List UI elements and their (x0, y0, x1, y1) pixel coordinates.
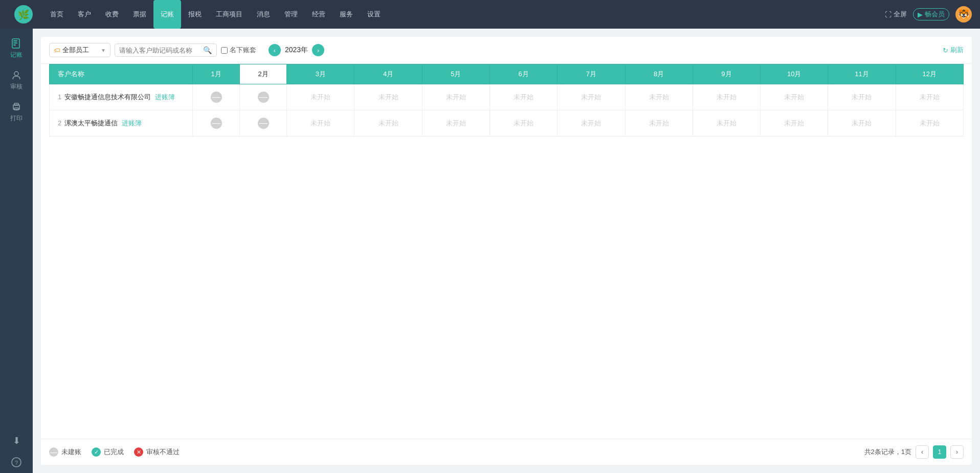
table-row: 1安徽畅捷通信息技术有限公司进账簿——未开始未开始未开始未开始未开始未开始未开始… (50, 84, 964, 110)
col-mar: 3月 (287, 64, 354, 84)
fullscreen-label: 全屏 (894, 10, 907, 19)
page-prev-button[interactable]: ‹ (916, 445, 929, 459)
sidebar-label-audit: 审核 (10, 82, 23, 91)
status-not-started: 未开始 (446, 93, 466, 101)
legend-not-built-label: 未建账 (61, 447, 81, 457)
legend-completed-label: 已完成 (104, 447, 124, 457)
sidebar-label-print: 打印 (10, 114, 23, 123)
status-not-started: 未开始 (581, 119, 601, 127)
status-not-started: 未开始 (649, 93, 669, 101)
sidebar-label-bookkeeping: 记账 (10, 51, 23, 59)
svg-rect-8 (14, 103, 18, 105)
status-not-started: 未开始 (852, 93, 872, 101)
total-records: 共2条记录，1页 (864, 447, 911, 457)
year-display: 2023年 (285, 46, 308, 55)
page-next-button[interactable]: › (950, 445, 964, 459)
vip-play-icon: ▶ (918, 11, 923, 18)
legend-rejected: ✕ 审核不通过 (134, 447, 180, 457)
year-next-button[interactable]: › (312, 44, 324, 56)
top-nav: 🌿 首页 客户 收费 票据 记账 报税 工商项目 消息 管理 经营 服务 设置 … (0, 0, 980, 29)
nav-fee[interactable]: 收费 (98, 0, 126, 29)
my-account-checkbox-wrap[interactable]: 名下账套 (221, 46, 256, 55)
status-dash-icon: — (211, 92, 222, 103)
nav-home[interactable]: 首页 (43, 0, 71, 29)
col-apr: 4月 (354, 64, 422, 84)
status-not-started: 未开始 (514, 93, 533, 101)
help-icon: ? (11, 457, 22, 468)
table-cell-month-7: 未开始 (558, 110, 625, 137)
table-cell-month-3: 未开始 (287, 84, 354, 110)
nav-manage[interactable]: 管理 (277, 0, 305, 29)
enter-link[interactable]: 进账簿 (155, 93, 175, 101)
table-cell-month-7: 未开始 (558, 84, 625, 110)
col-oct: 10月 (761, 64, 828, 84)
search-button[interactable]: 🔍 (203, 46, 212, 54)
svg-rect-4 (13, 42, 17, 43)
logo: 🌿 (8, 5, 39, 24)
refresh-button[interactable]: ↻ 刷新 (943, 46, 964, 55)
vip-button[interactable]: ▶ 畅会员 (913, 8, 949, 20)
toolbar: 🏷 全部员工 ▼ 🔍 名下账套 ‹ 2023年 › ↻ 刷新 (41, 37, 972, 64)
search-input[interactable] (119, 47, 201, 54)
year-nav: ‹ 2023年 › (269, 44, 324, 56)
table-cell-month-8: 未开始 (625, 110, 693, 137)
status-not-started: 未开始 (784, 119, 804, 127)
status-not-started: 未开始 (852, 119, 872, 127)
nav-message[interactable]: 消息 (250, 0, 277, 29)
table-cell-month-11: 未开始 (828, 84, 896, 110)
table-cell-month-2: — (240, 110, 287, 137)
footer: — 未建账 ✓ 已完成 ✕ 审核不通过 共2条记录，1页 ‹ 1 › (41, 439, 972, 465)
table-cell-month-2: — (240, 84, 287, 110)
sidebar-item-print[interactable]: 打印 (0, 96, 33, 128)
col-jul: 7月 (558, 64, 625, 84)
company-name: 漯澳太平畅捷通信 (64, 119, 118, 127)
status-dash-icon: — (258, 118, 269, 129)
sidebar-item-help[interactable]: ? (11, 452, 22, 473)
sidebar-item-bookkeeping[interactable]: 记账 (0, 33, 33, 64)
legend-rejected-label: 审核不通过 (146, 447, 180, 457)
enter-link[interactable]: 进账簿 (122, 119, 142, 127)
nav-customer[interactable]: 客户 (71, 0, 98, 29)
col-jun: 6月 (490, 64, 558, 84)
status-not-started: 未开始 (920, 119, 940, 127)
nav-tax[interactable]: 报税 (181, 0, 209, 29)
col-sep: 9月 (693, 64, 760, 84)
nav-invoice[interactable]: 票据 (126, 0, 153, 29)
fullscreen-button[interactable]: ⛶ 全屏 (885, 10, 907, 19)
svg-rect-3 (13, 40, 17, 41)
table-header-row: 客户名称 1月 2月 3月 4月 5月 6月 7月 8月 9月 10月 11月 (50, 64, 964, 84)
status-not-started: 未开始 (649, 119, 669, 127)
svg-text:?: ? (15, 460, 18, 466)
table-cell-month-5: 未开始 (422, 110, 489, 137)
table-cell-month-6: 未开始 (490, 84, 558, 110)
employee-select[interactable]: 🏷 全部员工 ▼ (49, 43, 110, 57)
download-icon: ⬇ (11, 435, 22, 446)
nav-service[interactable]: 服务 (332, 0, 360, 29)
x-icon: ✕ (137, 449, 141, 456)
table-cell-month-9: 未开始 (693, 110, 760, 137)
my-account-checkbox[interactable] (221, 47, 228, 54)
nav-business[interactable]: 工商项目 (209, 0, 250, 29)
table-wrap: 客户名称 1月 2月 3月 4月 5月 6月 7月 8月 9月 10月 11月 (41, 64, 972, 439)
col-nov: 11月 (828, 64, 896, 84)
legend-not-built: — 未建账 (49, 447, 81, 457)
nav-bookkeeping[interactable]: 记账 (153, 0, 181, 29)
year-prev-button[interactable]: ‹ (269, 44, 281, 56)
table-cell-month-9: 未开始 (693, 84, 760, 110)
sidebar-item-audit[interactable]: 审核 (0, 64, 33, 96)
print-icon (11, 101, 22, 112)
my-account-label: 名下账套 (230, 46, 256, 55)
legend-red-dot: ✕ (134, 447, 143, 457)
row-num: 1 (58, 93, 61, 101)
nav-settings[interactable]: 设置 (360, 0, 388, 29)
page-1-button[interactable]: 1 (933, 445, 946, 459)
sidebar-item-download[interactable]: ⬇ (11, 430, 22, 452)
status-not-started: 未开始 (310, 119, 330, 127)
sidebar-bottom: ⬇ ? (11, 430, 22, 473)
nav-operation[interactable]: 经营 (305, 0, 332, 29)
user-avatar[interactable]: 🐯 (955, 6, 972, 22)
status-not-started: 未开始 (717, 119, 737, 127)
employee-tag-icon: 🏷 (54, 47, 60, 54)
table-cell-name: 1安徽畅捷通信息技术有限公司进账簿 (50, 84, 193, 110)
table-cell-month-10: 未开始 (761, 84, 828, 110)
